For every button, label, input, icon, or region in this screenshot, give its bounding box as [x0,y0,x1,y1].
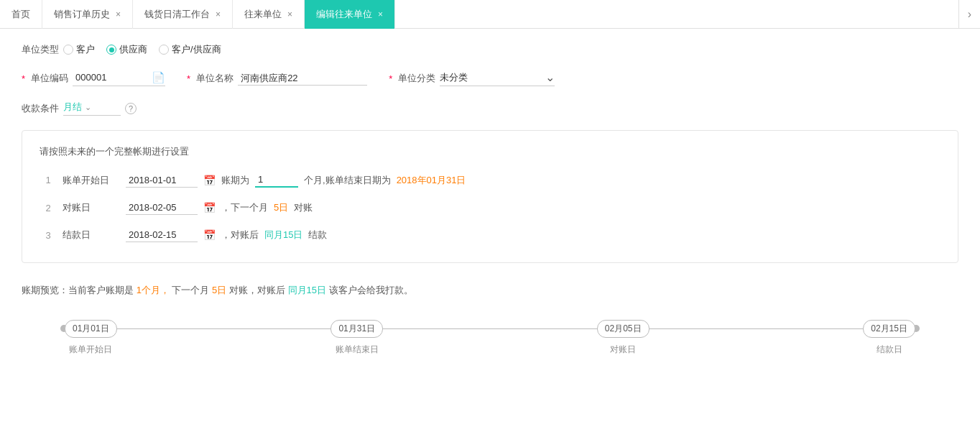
row2-date-input[interactable] [126,201,198,215]
radio-supplier[interactable]: 供应商 [106,43,147,56]
row1-suffix-before: 账期为 [221,174,249,187]
period-section: 请按照未来的一个完整帐期进行设置 1 账单开始日 📅 账期为 个月,账单结束日期… [22,130,958,263]
unit-code-group: * 单位编码 📄 [22,70,165,86]
timeline-node-1: 01月01日 账单开始日 [65,320,117,356]
preview-reconcile-day: 5日 [212,285,226,295]
preview-section: 账期预览：当前客户账期是 1个月， 下一个月 5日 对账，对账后 同月15日 该… [22,275,958,392]
close-edit-partner[interactable]: × [378,9,383,19]
row2-day-highlight: 5日 [274,201,288,214]
main-content: 单位类型 客户 供应商 客户/供应商 * 单位编码 [0,29,980,437]
row3-label: 结款日 [63,229,120,242]
timeline-nodes: 01月01日 账单开始日 01月31日 账单结束日 02月05日 对账日 02月… [36,320,944,356]
tab-sales-history[interactable]: 销售订单历史 × [42,0,133,29]
row1-suffix-after: 个月,账单结束日期为 [304,174,391,187]
row1-cal-icon[interactable]: 📅 [203,175,216,186]
row3-date-input[interactable] [126,228,198,242]
tab-cash-work-label: 钱货日清工作台 [144,8,210,21]
tab-cash-work[interactable]: 钱货日清工作台 × [133,0,233,29]
tab-home[interactable]: 首页 [0,0,42,29]
preview-tail: 该客户会给我打款。 [329,285,413,295]
row3-text2: 结款 [308,229,327,242]
unit-code-icon[interactable]: 📄 [152,71,165,84]
unit-category-select[interactable]: 未分类 ⌄ [440,70,555,86]
row3-text1: ，对账后 [221,229,259,242]
tab-partner-label: 往来单位 [244,8,282,21]
unit-code-required: * [22,73,25,84]
timeline-node-4-date: 02月15日 [863,320,915,338]
payment-terms-value: 月结 [63,101,82,114]
tab-partner[interactable]: 往来单位 × [233,0,305,29]
unit-name-group: * 单位名称 [187,71,367,86]
preview-reconcile-text2: 对账，对账后 [229,285,285,295]
tab-home-label: 首页 [11,8,30,21]
tab-more-button[interactable]: › [958,0,980,29]
preview-payment-day: 同月15日 [288,285,326,295]
unit-cat-required: * [389,73,392,84]
timeline-node-4-label: 结款日 [877,344,902,356]
close-cash-work[interactable]: × [216,9,221,19]
unit-type-row: 单位类型 客户 供应商 客户/供应商 [22,43,958,56]
unit-category-value: 未分类 [440,71,545,84]
unit-category-label: 单位分类 [398,72,435,85]
unit-category-group: * 单位分类 未分类 ⌄ [389,70,555,86]
timeline-node-3-label: 对账日 [610,344,636,356]
timeline-node-3-date: 02月05日 [597,320,650,338]
unit-name-required: * [187,73,190,84]
row1-end-date: 2018年01月31日 [397,174,466,187]
close-partner[interactable]: × [287,9,292,19]
unit-code-wrapper: 📄 [73,70,165,86]
tabs-bar: 首页 销售订单历史 × 钱货日清工作台 × 往来单位 × 编辑往来单位 × › [0,0,980,29]
row2-num: 2 [40,203,57,213]
close-sales-history[interactable]: × [116,9,121,19]
section-instruction: 请按照未来的一个完整帐期进行设置 [40,145,940,158]
timeline-node-2: 01月31日 账单结束日 [330,320,383,356]
period-row-2: 2 对账日 📅 ，下一个月 5日 对账 [40,201,940,215]
radio-both[interactable]: 客户/供应商 [159,43,221,56]
unit-type-radio-group: 客户 供应商 客户/供应商 [63,43,221,56]
preview-reconcile-text1: 下一个月 [172,285,209,295]
row2-label: 对账日 [63,201,120,214]
radio-supplier-label: 供应商 [119,43,147,56]
row3-num: 3 [40,230,57,241]
row1-num: 1 [40,175,57,185]
tab-edit-partner-label: 编辑往来单位 [316,8,372,21]
radio-both-circle [159,45,169,55]
preview-label: 账期预览：当前客户账期是 [22,285,134,295]
row3-day-highlight: 同月15日 [264,229,302,242]
row2-cal-icon[interactable]: 📅 [203,202,216,213]
row1-label: 账单开始日 [63,174,120,187]
unit-info-row: * 单位编码 📄 * 单位名称 * 单位分类 未分类 ⌄ [22,70,958,86]
row1-months-input[interactable] [255,172,298,188]
payment-terms-label: 收款条件 [22,102,59,115]
radio-customer-circle [63,45,73,55]
payment-terms-select[interactable]: 月结 ⌄ [63,101,121,116]
payment-terms-group: 收款条件 月结 ⌄ ? [22,101,137,116]
timeline-node-1-label: 账单开始日 [69,344,112,356]
payment-terms-arrow-icon: ⌄ [85,103,91,112]
tab-edit-partner[interactable]: 编辑往来单位 × [305,0,395,29]
timeline: 01月01日 账单开始日 01月31日 账单结束日 02月05日 对账日 02月… [36,313,944,385]
category-arrow-icon: ⌄ [545,70,555,84]
preview-text: 账期预览：当前客户账期是 1个月， 下一个月 5日 对账，对账后 同月15日 该… [22,282,958,298]
unit-code-label: 单位编码 [31,72,68,85]
row1-date-input[interactable] [126,173,198,188]
unit-type-group: 单位类型 客户 供应商 客户/供应商 [22,43,221,56]
help-icon[interactable]: ? [125,103,137,114]
tab-sales-history-label: 销售订单历史 [54,8,110,21]
timeline-node-2-label: 账单结束日 [336,344,379,356]
unit-name-label: 单位名称 [196,72,234,85]
payment-terms-row: 收款条件 月结 ⌄ ? [22,101,958,116]
unit-type-label: 单位类型 [22,43,59,56]
timeline-node-3: 02月05日 对账日 [597,320,650,356]
radio-supplier-circle [106,45,116,55]
radio-both-label: 客户/供应商 [172,43,221,56]
period-row-1: 1 账单开始日 📅 账期为 个月,账单结束日期为 2018年01月31日 [40,172,940,188]
row3-cal-icon[interactable]: 📅 [203,229,216,241]
radio-customer[interactable]: 客户 [63,43,95,56]
unit-code-input[interactable] [73,70,152,84]
unit-name-input[interactable] [238,71,367,86]
timeline-node-1-date: 01月01日 [65,320,117,338]
timeline-node-2-date: 01月31日 [330,320,383,338]
preview-months: 1个月， [137,285,170,295]
radio-customer-label: 客户 [76,43,95,56]
